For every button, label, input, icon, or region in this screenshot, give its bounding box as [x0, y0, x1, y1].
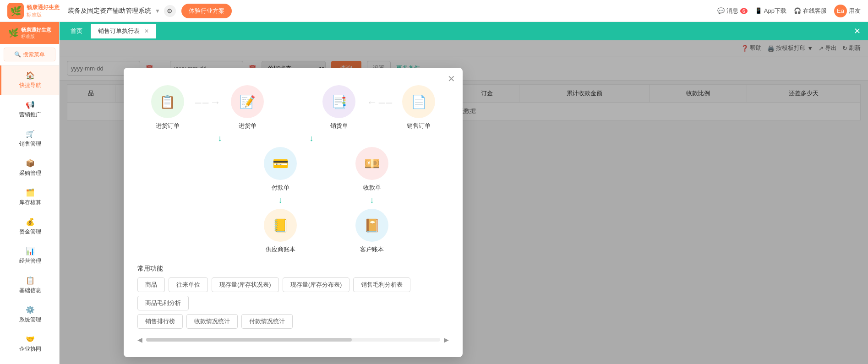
supplier-ledger-icon: 📒 — [273, 218, 289, 233]
sidebar-item-quick-nav[interactable]: 🏠 快捷导航 — [0, 65, 59, 95]
customer-ledger-icon: 📔 — [364, 218, 380, 233]
sidebar-item-finance[interactable]: 💰 资金管理 — [0, 212, 59, 241]
func-btn-stock-dist[interactable]: 现存量(库存分布表) — [283, 277, 350, 292]
message-btn[interactable]: 💬 消息 6 — [717, 7, 748, 15]
flow-circle-supplier-ledger[interactable]: 📒 — [264, 209, 297, 242]
app-download-label: App下载 — [764, 7, 786, 15]
sidebar-item-purchase[interactable]: 📦 采购管理 — [0, 153, 59, 183]
top-bar-right: 💬 消息 6 📱 App下载 🎧 在线客服 Ea 用友 — [717, 5, 861, 17]
flow-row-arrows-down-2: ↓ ↓ — [137, 196, 449, 205]
sidebar-item-system[interactable]: ⚙️ 系统管理 — [0, 300, 59, 329]
settings-icon[interactable]: ⚙ — [164, 5, 176, 17]
flow-label-customer-ledger: 客户账本 — [360, 245, 384, 254]
page-content: ❓ 帮助 🖨️ 按模板打印 ▼ ↗ 导出 ↻ 刷新 — [60, 40, 868, 364]
modal-scrollbar: ◀ ▶ — [137, 336, 449, 343]
purchase-icon: 📦 — [26, 159, 35, 168]
arrow-left-2: ← – – — [366, 96, 391, 109]
common-functions: 常用功能 商品 往来单位 现存量(库存状况表) 现存量(库存分布表) 销售毛利分… — [137, 265, 449, 329]
sidebar-item-marketing[interactable]: 📢 营销推广 — [0, 95, 59, 124]
modal-close-btn[interactable]: ✕ — [448, 73, 455, 84]
flow-label-receipt: 收款单 — [363, 184, 381, 192]
func-btn-payment-stats[interactable]: 付款情况统计 — [241, 314, 293, 329]
tab-sales-order-exec-label: 销售订单执行表 — [98, 27, 140, 35]
func-btn-product[interactable]: 商品 — [137, 277, 165, 292]
modal-box: ✕ 📋 进货订单 — [124, 68, 463, 357]
flow-circle-receipt[interactable]: 💴 — [355, 147, 388, 180]
arrow-down-payment: ↓ — [264, 196, 297, 205]
arrow-down-receipt: ↓ — [355, 196, 388, 205]
arrow-h-1: – – → — [195, 96, 220, 109]
enterprise-icon: 🤝 — [26, 335, 35, 343]
experience-btn[interactable]: 体验行业方案 — [181, 4, 232, 18]
sidebar-logo-main: 畅康通好生意 — [21, 27, 51, 33]
sidebar-item-basic-info[interactable]: 📋 基础信息 — [0, 271, 59, 300]
sidebar-item-inventory[interactable]: 🗂️ 库存核算 — [0, 183, 59, 212]
scroll-right-btn[interactable]: ▶ — [444, 336, 449, 343]
close-all-tabs-btn[interactable]: ✕ — [850, 26, 864, 36]
flow-label-sales-order: 销售订单 — [407, 122, 431, 130]
flow-label-payment: 付款单 — [272, 184, 289, 192]
arrow-down-purchase: ↓ — [203, 134, 236, 143]
flow-node-purchase-bill: 📝 进货单 — [231, 85, 264, 130]
logo-area: 🌿 畅康通好生意 标准版 — [7, 3, 62, 19]
search-menu-btn[interactable]: 🔍 搜索菜单 — [4, 48, 55, 61]
message-label: 消息 — [726, 7, 738, 15]
flow-circle-purchase-order[interactable]: 📋 — [151, 85, 184, 118]
func-btn-product-profit[interactable]: 商品毛利分析 — [137, 296, 189, 310]
arrow-down-sales: ↓ — [295, 134, 328, 143]
func-buttons-row-1: 商品 往来单位 现存量(库存状况表) 现存量(库存分布表) 销售毛利分析表 商品… — [137, 277, 449, 310]
flow-node-purchase-order: 📋 进货订单 — [151, 85, 184, 130]
func-btn-partner[interactable]: 往来单位 — [169, 277, 208, 292]
finance-icon: 💰 — [26, 217, 35, 226]
system-icon: ⚙️ — [26, 305, 35, 314]
purchase-bill-icon: 📝 — [240, 94, 256, 109]
tab-home[interactable]: 首页 — [63, 24, 90, 38]
flow-circle-payment[interactable]: 💳 — [264, 147, 297, 180]
flow-circle-customer-ledger[interactable]: 📔 — [355, 209, 388, 242]
basic-info-icon: 📋 — [26, 276, 35, 285]
func-btn-sales-rank[interactable]: 销售排行榜 — [137, 314, 183, 329]
sidebar-search-area: 🔍 搜索菜单 — [0, 44, 59, 65]
flow-circle-sales-bill[interactable]: 📑 — [322, 85, 355, 118]
app-download-btn[interactable]: 📱 App下载 — [755, 7, 786, 15]
spacer6 — [308, 196, 344, 205]
func-buttons-row-2: 销售排行榜 收款情况统计 付款情况统计 — [137, 314, 449, 329]
scroll-left-btn[interactable]: ◀ — [137, 336, 142, 343]
func-btn-receipt-stats[interactable]: 收款情况统计 — [186, 314, 238, 329]
sales-order-icon: 📄 — [411, 94, 427, 109]
payment-icon: 💳 — [273, 156, 289, 171]
app-logo-icon: 🌿 — [7, 3, 24, 19]
tab-sales-order-exec[interactable]: 销售订单执行表 ✕ — [91, 24, 156, 38]
sidebar: 🌿 畅康通好生意 标准版 🔍 搜索菜单 🏠 快捷导航 — [0, 22, 60, 364]
flow-node-payment: 💳 付款单 — [264, 147, 297, 192]
system-dropdown-icon[interactable]: ▼ — [155, 8, 160, 14]
tab-close-icon[interactable]: ✕ — [144, 28, 149, 34]
sidebar-item-label-inventory: 库存核算 — [19, 199, 41, 206]
sidebar-item-enterprise[interactable]: 🤝 企业协同 — [0, 329, 59, 359]
flow-node-supplier-ledger: 📒 供应商账本 — [264, 209, 297, 254]
sidebar-item-label-finance: 资金管理 — [19, 228, 41, 236]
func-btn-sales-profit[interactable]: 销售毛利分析表 — [353, 277, 410, 292]
flow-node-receipt: 💴 收款单 — [355, 147, 388, 192]
message-icon: 💬 — [717, 7, 725, 14]
quick-nav-icon: 🏠 — [26, 71, 35, 80]
sidebar-item-sales[interactable]: 🛒 销售管理 — [0, 124, 59, 153]
system-title: 装备及固定资产辅助管理系统 — [68, 7, 151, 15]
flow-node-sales-bill: 📑 销货单 — [322, 85, 355, 130]
sidebar-item-newbie[interactable]: 🎯 新手引导 — [0, 359, 59, 364]
marketing-icon: 📢 — [26, 100, 35, 109]
scroll-thumb[interactable] — [146, 338, 352, 342]
logo-main-text: 畅康通好生意 — [27, 4, 60, 11]
sidebar-item-label-sales: 销售管理 — [19, 140, 41, 148]
operations-icon: 📊 — [26, 247, 35, 255]
scroll-track[interactable] — [146, 338, 440, 342]
flow-circle-sales-order[interactable]: 📄 — [402, 85, 435, 118]
sidebar-logo: 🌿 畅康通好生意 标准版 — [0, 22, 59, 44]
user-area[interactable]: Ea 用友 — [834, 5, 861, 17]
flow-circle-purchase-bill[interactable]: 📝 — [231, 85, 264, 118]
func-btn-stock-status[interactable]: 现存量(库存状况表) — [212, 277, 279, 292]
online-service-btn[interactable]: 🎧 在线客服 — [794, 7, 827, 15]
spacer3 — [350, 134, 383, 143]
user-initials: Ea — [837, 7, 844, 14]
sidebar-item-operations[interactable]: 📊 经营管理 — [0, 241, 59, 271]
